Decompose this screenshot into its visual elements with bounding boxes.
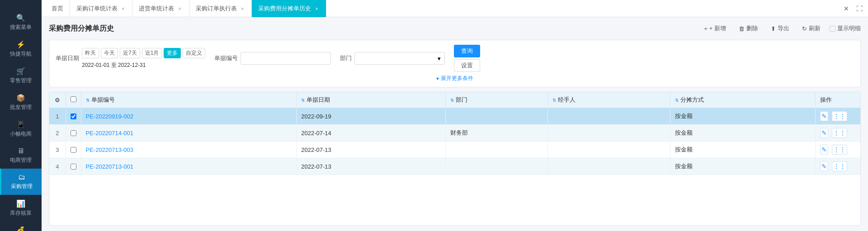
delete-label: 删除	[746, 24, 758, 33]
ecommerce-icon: 🖥	[17, 147, 24, 155]
table-row[interactable]: 1 PE-20220919-002 2022-09-19 按金额 ✎⋮⋮	[49, 108, 860, 125]
more-icon[interactable]: ⋮⋮	[832, 111, 847, 121]
tab-inbound-stat[interactable]: 进货单统计表×	[132, 0, 189, 17]
td-doc-no: PE-20220713-003	[81, 141, 297, 158]
sort-icon: ⇅	[552, 98, 556, 103]
tab-purchase-cost-history[interactable]: 采购费用分摊单历史×	[252, 0, 326, 17]
add-icon: +	[704, 25, 708, 32]
th-dept[interactable]: ⇅ 部门	[445, 92, 547, 108]
row-checkbox[interactable]	[71, 130, 76, 136]
date-btn-7days[interactable]: 近7天	[120, 48, 140, 58]
display-toggle[interactable]: 显示明细	[830, 24, 861, 33]
td-dept: 财务部	[445, 125, 547, 141]
sidebar-item-finance[interactable]: 💰资金管理	[0, 222, 42, 231]
edit-icon[interactable]: ✎	[820, 161, 828, 171]
doc-no-link[interactable]: PE-20220714-001	[86, 130, 134, 137]
th-settings[interactable]: ⚙	[49, 92, 66, 108]
refresh-button[interactable]: ↻ 刷新	[798, 23, 824, 34]
tab-bar: 首页采购订单统计表×进货单统计表×采购订单执行表×采购费用分摊单历史× ✕ ⛶	[42, 0, 868, 17]
dept-filter-select[interactable]: ▾	[354, 52, 445, 65]
tab-close-icon[interactable]: ×	[120, 5, 126, 12]
tab-close-icon[interactable]: ×	[240, 5, 245, 12]
main-content: 首页采购订单统计表×进货单统计表×采购订单执行表×采购费用分摊单历史× ✕ ⛶ …	[42, 0, 868, 231]
chevron-down-icon: ▾	[436, 75, 439, 82]
date-btn-yesterday[interactable]: 昨天	[82, 48, 99, 58]
sidebar-item-search[interactable]: 🔍搜索菜单	[0, 9, 42, 36]
close-window-icon[interactable]: ✕	[842, 3, 851, 14]
td-doc-date: 2022-09-19	[297, 108, 446, 125]
table-body: 1 PE-20220919-002 2022-09-19 按金额 ✎⋮⋮ 2 P…	[49, 108, 860, 175]
doc-no-link[interactable]: PE-20220713-003	[86, 146, 134, 153]
export-icon: ⬆	[771, 25, 776, 32]
more-icon[interactable]: ⋮⋮	[832, 145, 847, 155]
sidebar-item-label: 快捷导航	[10, 50, 32, 58]
row-checkbox[interactable]	[71, 164, 76, 170]
filter-row: 单据日期 昨天 今天 近7天 近1月 更多 自定义 2022-01-01 至 2…	[56, 45, 854, 72]
doc-no-link[interactable]: PE-20220713-001	[86, 163, 134, 170]
date-btn-1month[interactable]: 近1月	[142, 48, 162, 58]
maximize-icon[interactable]: ⛶	[854, 3, 864, 14]
td-num: 2	[49, 125, 66, 141]
sidebar-item-wholesale[interactable]: 📦批发管理	[0, 89, 42, 116]
td-doc-no: PE-20220919-002	[81, 108, 297, 125]
sidebar-item-purchase[interactable]: 🗂采购管理	[0, 169, 42, 195]
tab-close-icon[interactable]: ×	[177, 5, 182, 12]
tab-close-icon[interactable]: ×	[314, 5, 319, 12]
row-checkbox[interactable]	[71, 147, 76, 153]
select-all-checkbox[interactable]	[71, 96, 76, 102]
td-handler	[547, 158, 670, 175]
td-handler	[547, 141, 670, 158]
row-checkbox[interactable]	[71, 113, 76, 119]
sidebar-item-inventory[interactable]: 📊库存核算	[0, 195, 42, 222]
sidebar-item-label: 采购管理	[11, 183, 33, 190]
td-ops: ✎⋮⋮	[815, 125, 860, 141]
th-checkbox	[66, 92, 81, 108]
docno-filter-input[interactable]	[241, 52, 331, 65]
td-split-method: 按金额	[670, 158, 815, 175]
tab-purchase-order-stat[interactable]: 采购订单统计表×	[70, 0, 132, 17]
doc-no-link[interactable]: PE-20220919-002	[86, 113, 134, 120]
search-button[interactable]: 查询	[454, 45, 480, 57]
td-dept	[445, 141, 547, 158]
td-doc-date: 2022-07-14	[297, 125, 446, 141]
td-doc-no: PE-20220714-001	[81, 125, 297, 141]
date-filter-group: 昨天 今天 近7天 近1月 更多 自定义 2022-01-01 至 2022-1…	[82, 48, 205, 69]
tab-label: 采购订单统计表	[76, 5, 118, 13]
edit-icon[interactable]: ✎	[820, 111, 828, 121]
sidebar-item-ecommerce[interactable]: 🖥电商管理	[0, 142, 42, 169]
td-ops: ✎⋮⋮	[815, 158, 860, 175]
delete-button[interactable]: 🗑 删除	[735, 23, 762, 34]
tab-purchase-exec[interactable]: 采购订单执行表×	[189, 0, 252, 17]
filter-date-item: 单据日期 昨天 今天 近7天 近1月 更多 自定义 2022-01-01 至 2…	[56, 48, 205, 69]
sidebar-item-quick[interactable]: ⚡快捷导航	[0, 36, 42, 62]
sidebar-item-mini[interactable]: 📱小畅电商	[0, 116, 42, 142]
th-doc-date[interactable]: ⇅ 单据日期	[297, 92, 446, 108]
edit-icon[interactable]: ✎	[820, 145, 828, 155]
table-row[interactable]: 2 PE-20220714-001 2022-07-14 财务部 按金额 ✎⋮⋮	[49, 125, 860, 141]
date-btn-custom[interactable]: 自定义	[183, 48, 205, 58]
sidebar-item-retail[interactable]: 🛒零售管理	[0, 62, 42, 89]
date-btn-more[interactable]: 更多	[164, 48, 181, 58]
edit-icon[interactable]: ✎	[820, 128, 828, 138]
display-toggle-checkbox[interactable]	[830, 26, 835, 32]
table-row[interactable]: 3 PE-20220713-003 2022-07-13 按金额 ✎⋮⋮	[49, 141, 860, 158]
more-icon[interactable]: ⋮⋮	[832, 161, 847, 171]
tab-home[interactable]: 首页	[45, 0, 70, 17]
tab-bar-right: ✕ ⛶	[838, 3, 864, 14]
expand-conditions[interactable]: ▾ 展开更多条件	[56, 75, 854, 82]
tab-bar-left: 首页采购订单统计表×进货单统计表×采购订单执行表×采购费用分摊单历史×	[45, 0, 838, 17]
date-btn-today[interactable]: 今天	[101, 48, 118, 58]
th-split-method[interactable]: ⇅ 分摊方式	[670, 92, 815, 108]
table-row[interactable]: 4 PE-20220713-001 2022-07-13 按金额 ✎⋮⋮	[49, 158, 860, 175]
purchase-icon: 🗂	[18, 173, 25, 181]
date-filter-label: 单据日期	[56, 54, 79, 62]
th-doc-no[interactable]: ⇅ 单据编号	[81, 92, 297, 108]
th-ops: 操作	[815, 92, 860, 108]
more-icon[interactable]: ⋮⋮	[832, 128, 847, 138]
date-range-display: 2022-01-01 至 2022-12-31	[82, 61, 205, 69]
filter-area: 单据日期 昨天 今天 近7天 近1月 更多 自定义 2022-01-01 至 2…	[49, 40, 861, 87]
settings-button[interactable]: 设置	[454, 59, 480, 72]
th-handler[interactable]: ⇅ 经手人	[547, 92, 670, 108]
export-button[interactable]: ⬆ 导出	[767, 23, 793, 34]
add-button[interactable]: + + 新增	[700, 23, 730, 34]
